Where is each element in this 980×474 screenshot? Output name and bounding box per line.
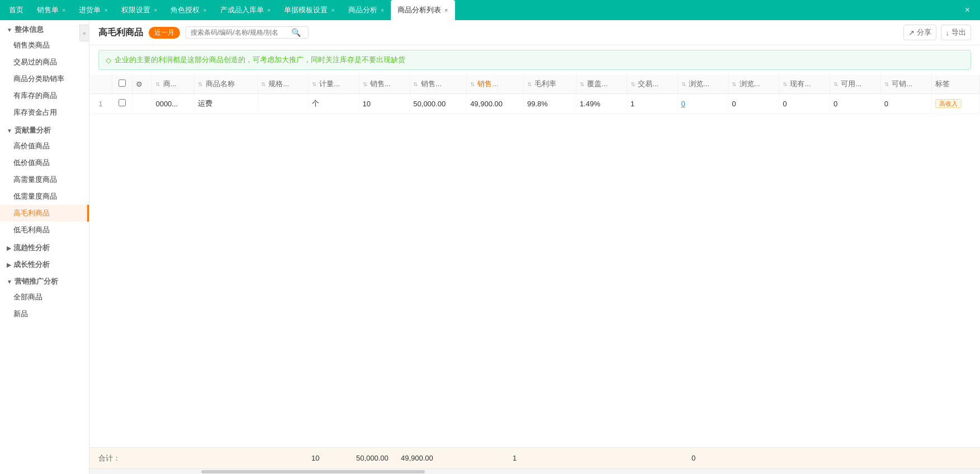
nav-purchase-order[interactable]: 进货单 × — [72, 0, 114, 20]
sidebar-item-stock-capital[interactable]: 库存资金占用 — [0, 104, 89, 121]
close-template-settings[interactable]: × — [331, 7, 334, 13]
col-header-settings[interactable]: ⚙ — [132, 74, 152, 94]
close-role-auth[interactable]: × — [203, 7, 206, 13]
sidebar-group-contribution[interactable]: ▼ 贡献量分析 — [0, 121, 89, 138]
col-header-trade[interactable]: ⇅ 交易... — [627, 74, 678, 94]
cell-sales-profit: 49,900.00 — [467, 94, 524, 114]
col-header-name[interactable]: ⇅ 商品名称 — [195, 74, 258, 94]
col-header-unit[interactable]: ⇅ 计量... — [308, 74, 359, 94]
col-header-index — [89, 74, 112, 94]
sidebar-collapse-button[interactable]: « — [79, 25, 89, 41]
sidebar-item-new-goods[interactable]: 新品 — [0, 306, 89, 322]
sort-icon-coverage: ⇅ — [580, 81, 584, 87]
cell-check[interactable] — [112, 94, 132, 114]
nav-sales-order[interactable]: 销售单 × — [30, 0, 72, 20]
sidebar-item-all-goods[interactable]: 全部商品 — [0, 289, 89, 306]
footer-browse1 — [554, 454, 599, 462]
sort-icon-gross-margin: ⇅ — [527, 81, 532, 87]
info-banner: ◇ 企业的主要的利润都是这部分商品创造的，可考虑加大推广，同时关注库存是不要出现… — [98, 50, 971, 70]
sidebar-item-high-demand[interactable]: 高需量度商品 — [0, 171, 89, 188]
top-navigation: 首页 销售单 × 进货单 × 权限设置 × 角色授权 × 产成品入库单 × 单据… — [0, 0, 980, 20]
col-header-sales-amount[interactable]: ⇅ 销售... — [410, 74, 467, 94]
table-row: 1 0000... 运费 个 10 50,000.00 49,900.00 99… — [89, 94, 980, 114]
close-sales-order[interactable]: × — [62, 7, 65, 13]
cell-coverage: 1.49% — [576, 94, 627, 114]
sidebar-group-trend[interactable]: ▶ 流趋性分析 — [0, 238, 89, 255]
sidebar-item-high-margin[interactable]: 高毛利商品 — [0, 205, 89, 222]
cell-code: 0000... — [152, 94, 195, 114]
content-area: 高毛利商品 近一月 🔍 ↗ 分享 ↓ 导出 ◇ 企业的主要的利润都是这部分商品创… — [89, 20, 980, 474]
sidebar-item-sales-goods[interactable]: 销售类商品 — [0, 37, 89, 54]
cell-browse2: 0 — [728, 94, 779, 114]
close-product-analysis[interactable]: × — [381, 7, 384, 13]
table-body: 1 0000... 运费 个 10 50,000.00 49,900.00 99… — [89, 94, 980, 114]
sidebar-group-marketing[interactable]: ▼ 营销推广分析 — [0, 272, 89, 289]
search-input[interactable] — [191, 29, 291, 36]
col-header-coverage[interactable]: ⇅ 覆盖... — [576, 74, 627, 94]
window-close-button[interactable]: × — [957, 0, 978, 20]
cell-name: 运费 — [195, 94, 258, 114]
nav-product-analysis[interactable]: 商品分析 × — [342, 0, 391, 20]
sort-icon-name: ⇅ — [198, 81, 202, 87]
cell-settings — [132, 94, 152, 114]
table-header-row: ⚙ ⇅ 商... ⇅ 商品名称 ⇅ 规格... — [89, 74, 980, 94]
col-header-code[interactable]: ⇅ 商... — [152, 74, 195, 94]
sort-icon-sales-profit: ⇅ — [470, 81, 475, 87]
footer-cells: 10 50,000.00 49,900.00 1 0 — [129, 454, 971, 462]
sort-icon-sellable: ⇅ — [884, 81, 889, 87]
sort-icon-available: ⇅ — [834, 81, 838, 87]
col-header-current-stock[interactable]: ⇅ 现有... — [779, 74, 830, 94]
cell-index: 1 — [89, 94, 112, 114]
col-header-browse1[interactable]: ⇅ 浏览... — [678, 74, 728, 94]
footer-sellable-empty — [733, 454, 778, 462]
sidebar-item-high-value[interactable]: 高价值商品 — [0, 138, 89, 154]
data-table: ⚙ ⇅ 商... ⇅ 商品名称 ⇅ 规格... — [89, 74, 980, 114]
sidebar-item-low-demand[interactable]: 低需量度商品 — [0, 188, 89, 205]
footer-label: 合计： — [98, 453, 120, 463]
sidebar-group-overall[interactable]: ▼ 整体信息 — [0, 20, 89, 37]
cell-available: 0 — [830, 94, 880, 114]
col-header-spec[interactable]: ⇅ 规格... — [257, 74, 308, 94]
close-permission-settings[interactable]: × — [154, 7, 157, 13]
export-button[interactable]: ↓ 导出 — [941, 25, 972, 40]
nav-permission-settings[interactable]: 权限设置 × — [115, 0, 164, 20]
footer-sales-qty: 10 — [308, 454, 353, 462]
close-product-inbound[interactable]: × — [267, 7, 271, 13]
col-header-check[interactable] — [112, 74, 132, 94]
cell-browse1[interactable]: 0 — [678, 94, 728, 114]
row-checkbox[interactable] — [119, 99, 126, 106]
nav-home[interactable]: 首页 — [2, 0, 30, 20]
arrow-contribution: ▼ — [7, 128, 12, 134]
col-header-tag[interactable]: 标签 — [931, 74, 979, 94]
sidebar-group-growth[interactable]: ▶ 成长性分析 — [0, 255, 89, 272]
filter-recent-month-button[interactable]: 近一月 — [149, 27, 180, 39]
search-icon[interactable]: 🔍 — [291, 28, 301, 37]
close-purchase-order[interactable]: × — [104, 7, 107, 13]
sidebar-item-traded-goods[interactable]: 交易过的商品 — [0, 54, 89, 71]
nav-product-inbound[interactable]: 产成品入库单 × — [214, 0, 277, 20]
col-header-available[interactable]: ⇅ 可用... — [830, 74, 880, 94]
sidebar: « ▼ 整体信息 销售类商品 交易过的商品 商品分类助销率 有库存的商品 库存资… — [0, 20, 89, 474]
nav-template-settings[interactable]: 单据模板设置 × — [277, 0, 341, 20]
select-all-checkbox[interactable] — [119, 79, 126, 87]
nav-product-analysis-list[interactable]: 商品分析列表 × — [391, 0, 455, 20]
data-table-container: ⚙ ⇅ 商... ⇅ 商品名称 ⇅ 规格... — [89, 74, 980, 447]
col-header-sales-profit[interactable]: ⇅ 销售... — [467, 74, 524, 94]
scrollbar-thumb[interactable] — [201, 470, 425, 473]
arrow-growth: ▶ — [7, 262, 11, 268]
col-header-sellable[interactable]: ⇅ 可销... — [880, 74, 931, 94]
col-header-browse2[interactable]: ⇅ 浏览... — [728, 74, 779, 94]
sidebar-item-low-value[interactable]: 低价值商品 — [0, 154, 89, 171]
settings-icon[interactable]: ⚙ — [136, 80, 143, 88]
sort-icon-sales-amount: ⇅ — [413, 81, 418, 87]
col-header-sales-qty[interactable]: ⇅ 销售... — [359, 74, 410, 94]
horizontal-scrollbar[interactable] — [89, 468, 980, 474]
close-product-analysis-list[interactable]: × — [444, 7, 448, 13]
nav-role-auth[interactable]: 角色授权 × — [164, 0, 213, 20]
sidebar-item-stocked-goods[interactable]: 有库存的商品 — [0, 87, 89, 104]
col-header-gross-margin[interactable]: ⇅ 毛利率 — [523, 74, 576, 94]
cell-sales-qty: 10 — [359, 94, 410, 114]
sidebar-item-low-margin[interactable]: 低毛利商品 — [0, 222, 89, 238]
sidebar-item-category-rate[interactable]: 商品分类助销率 — [0, 71, 89, 87]
share-button[interactable]: ↗ 分享 — [903, 25, 936, 40]
